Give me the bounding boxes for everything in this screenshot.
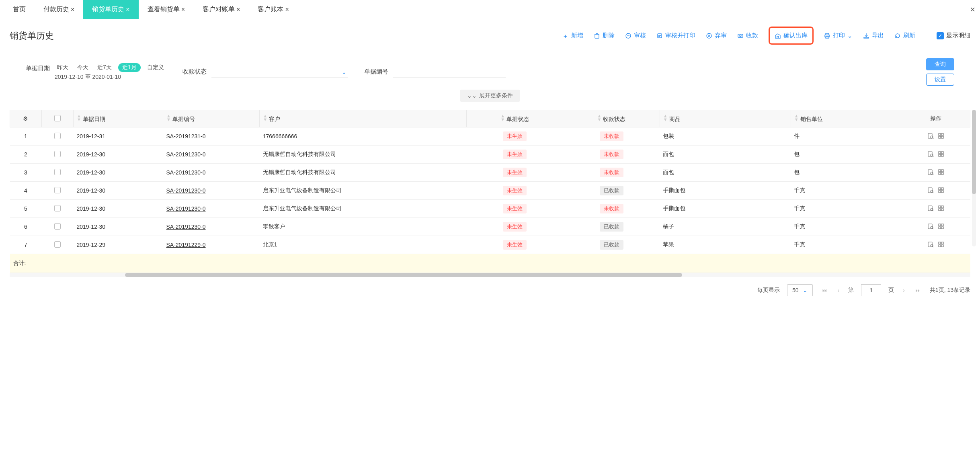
preset-yesterday[interactable]: 昨天 <box>55 63 71 72</box>
scrollbar-thumb[interactable] <box>972 110 976 194</box>
refresh-button[interactable]: 刷新 <box>894 32 915 39</box>
more-icon[interactable] <box>938 241 944 249</box>
cell-customer: 17666666666 <box>260 127 467 146</box>
col-date[interactable]: ▲▼单据日期 <box>73 110 163 127</box>
cell-doc-no[interactable]: SA-20191231-0 <box>163 127 259 146</box>
more-icon[interactable] <box>938 133 944 140</box>
export-button[interactable]: 导出 <box>863 32 884 39</box>
unaudit-button[interactable]: 弃审 <box>706 32 727 39</box>
row-checkbox[interactable] <box>41 127 73 146</box>
close-icon[interactable]: × <box>285 6 289 13</box>
view-icon[interactable] <box>927 241 934 249</box>
close-icon[interactable]: × <box>236 6 240 13</box>
scrollbar-thumb[interactable] <box>125 273 682 277</box>
tab-home[interactable]: 首页 <box>4 0 35 19</box>
tab-payment-history[interactable]: 付款历史× <box>35 0 83 19</box>
table-row[interactable]: 42019-12-30SA-20191230-0启东升亚电气设备制造有限公司未生… <box>10 182 970 200</box>
first-page-button[interactable]: ⏮ <box>820 287 829 293</box>
more-icon[interactable] <box>938 151 944 158</box>
table-row[interactable]: 62019-12-30SA-20191230-0零散客户未生效已收款橘子千克 <box>10 218 970 236</box>
query-button[interactable]: 查询 <box>926 58 954 70</box>
view-icon[interactable] <box>927 151 934 158</box>
view-icon[interactable] <box>927 133 934 140</box>
audit-button[interactable]: 审核 <box>625 32 646 39</box>
prev-page-button[interactable]: ‹ <box>836 287 841 293</box>
tab-sales-history[interactable]: 销货单历史× <box>83 0 138 19</box>
svg-rect-21 <box>941 154 943 156</box>
col-select-all[interactable] <box>41 110 73 127</box>
settings-button[interactable]: 设置 <box>926 74 954 86</box>
col-doc-no[interactable]: ▲▼单据编号 <box>163 110 259 127</box>
close-icon[interactable]: × <box>126 6 129 13</box>
preset-last7[interactable]: 近7天 <box>95 63 114 72</box>
cell-doc-no[interactable]: SA-20191230-0 <box>163 182 259 200</box>
vertical-scrollbar[interactable] <box>972 110 976 246</box>
totals-label: 合计: <box>10 254 74 273</box>
row-checkbox[interactable] <box>41 218 73 236</box>
delete-button[interactable]: 删除 <box>594 32 615 39</box>
col-doc-status[interactable]: ▲▼单据状态 <box>467 110 563 127</box>
view-icon[interactable] <box>927 187 934 195</box>
cell-doc-no[interactable]: SA-20191230-0 <box>163 218 259 236</box>
row-checkbox[interactable] <box>41 182 73 200</box>
cell-unit: 千克 <box>791 236 901 254</box>
receive-button[interactable]: 收款 <box>737 32 758 39</box>
col-customer[interactable]: ▲▼客户 <box>260 110 467 127</box>
page-size-select[interactable]: 50⌄ <box>787 284 813 296</box>
view-icon[interactable] <box>927 223 934 231</box>
col-unit[interactable]: ▲▼销售单位 <box>791 110 901 127</box>
cell-doc-no[interactable]: SA-20191230-0 <box>163 164 259 182</box>
more-icon[interactable] <box>938 169 944 176</box>
audit-print-button[interactable]: 审核并打印 <box>656 32 695 39</box>
preset-today[interactable]: 今天 <box>75 63 91 72</box>
svg-rect-38 <box>939 209 941 211</box>
col-product[interactable]: ▲▼商品 <box>660 110 791 127</box>
view-icon[interactable] <box>927 169 934 176</box>
col-settings[interactable]: ⚙ <box>10 110 42 127</box>
col-pay-status[interactable]: ▲▼收款状态 <box>563 110 660 127</box>
tab-customer-ledger[interactable]: 客户账本× <box>249 0 297 19</box>
cell-doc-no[interactable]: SA-20191230-0 <box>163 200 259 218</box>
expand-more-button[interactable]: ⌄⌄展开更多条件 <box>460 90 520 102</box>
row-checkbox[interactable] <box>41 146 73 164</box>
doc-no-input[interactable] <box>393 66 506 78</box>
cell-doc-status: 未生效 <box>467 182 563 200</box>
tab-customer-statement[interactable]: 客户对账单× <box>194 0 249 19</box>
row-checkbox[interactable] <box>41 164 73 182</box>
row-checkbox[interactable] <box>41 236 73 254</box>
horizontal-scrollbar[interactable] <box>10 273 970 277</box>
pay-status-dropdown[interactable]: ⌄ <box>211 66 348 78</box>
table-row[interactable]: 72019-12-29SA-20191229-0北京1未生效已收款苹果千克 <box>10 236 970 254</box>
row-checkbox[interactable] <box>41 200 73 218</box>
cell-doc-no[interactable]: SA-20191230-0 <box>163 146 259 164</box>
page-input[interactable] <box>861 284 881 296</box>
close-all-icon[interactable]: × <box>970 4 975 15</box>
row-index: 2 <box>10 146 42 164</box>
cell-pay-status: 未收款 <box>563 200 660 218</box>
more-icon[interactable] <box>938 187 944 195</box>
more-icon[interactable] <box>938 223 944 231</box>
table-row[interactable]: 12019-12-31SA-20191231-017666666666未生效未收… <box>10 127 970 146</box>
cell-doc-no[interactable]: SA-20191229-0 <box>163 236 259 254</box>
show-detail-toggle[interactable]: ✓显示明细 <box>937 32 970 39</box>
svg-rect-30 <box>939 188 941 190</box>
confirm-outbound-button[interactable]: 确认出库 <box>769 27 814 45</box>
more-icon[interactable] <box>938 205 944 213</box>
table-row[interactable]: 32019-12-30SA-20191230-0无锡康哲自动化科技有限公司未生效… <box>10 164 970 182</box>
print-button[interactable]: 打印⌄ <box>824 32 853 39</box>
preset-last-month[interactable]: 近1月 <box>118 63 141 72</box>
preset-custom[interactable]: 自定义 <box>145 63 166 72</box>
cell-doc-status: 未生效 <box>467 146 563 164</box>
add-button[interactable]: ＋新增 <box>562 32 583 39</box>
cell-doc-status: 未生效 <box>467 127 563 146</box>
tab-view-sales[interactable]: 查看销货单× <box>139 0 194 19</box>
next-page-button[interactable]: › <box>901 287 906 293</box>
close-icon[interactable]: × <box>181 6 185 13</box>
table-row[interactable]: 22019-12-30SA-20191230-0无锡康哲自动化科技有限公司未生效… <box>10 146 970 164</box>
double-chevron-down-icon: ⌄⌄ <box>467 92 477 99</box>
table-row[interactable]: 52019-12-30SA-20191230-0启东升亚电气设备制造有限公司未生… <box>10 200 970 218</box>
close-icon[interactable]: × <box>71 6 74 13</box>
view-icon[interactable] <box>927 205 934 213</box>
cell-actions <box>901 182 970 200</box>
last-page-button[interactable]: ⏭ <box>914 287 923 293</box>
